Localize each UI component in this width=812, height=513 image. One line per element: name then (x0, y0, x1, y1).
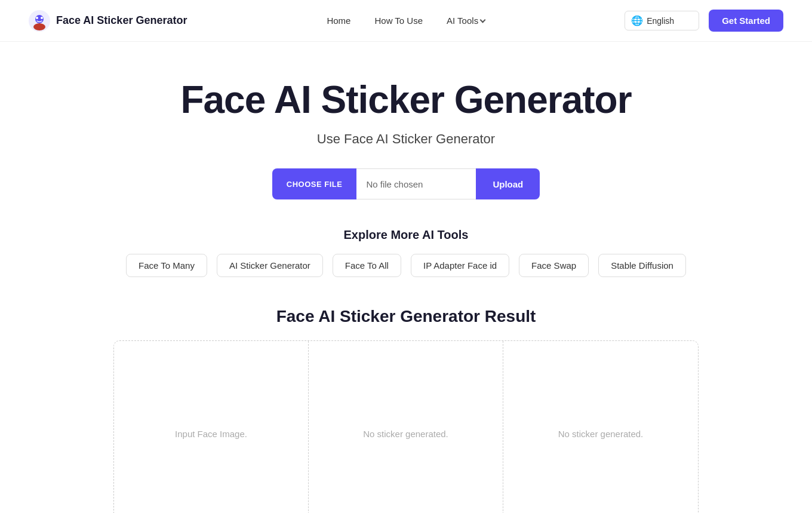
tool-ai-sticker-generator[interactable]: AI Sticker Generator (217, 254, 323, 277)
navbar: Face AI Sticker Generator Home How To Us… (0, 0, 812, 42)
result-title: Face AI Sticker Generator Result (276, 307, 536, 326)
site-name: Face AI Sticker Generator (56, 14, 187, 27)
upload-section: CHOOSE FILE No file chosen Upload (272, 168, 540, 199)
result-panel-1: Input Face Image. (114, 341, 309, 513)
nav-links: Home How To Use AI Tools (327, 16, 485, 26)
page-subtitle: Use Face AI Sticker Generator (317, 131, 495, 147)
page-title: Face AI Sticker Generator (180, 78, 631, 122)
main-content: Face AI Sticker Generator Use Face AI St… (0, 42, 812, 513)
nav-how-to-use[interactable]: How To Use (374, 16, 423, 26)
nav-ai-tools-label: AI Tools (447, 16, 478, 26)
tool-face-to-many[interactable]: Face To Many (126, 254, 207, 277)
nav-right-section: 🌐 English Spanish French German Chinese … (625, 10, 783, 32)
upload-button[interactable]: Upload (476, 168, 540, 199)
choose-file-button[interactable]: CHOOSE FILE (272, 168, 357, 199)
tool-face-swap[interactable]: Face Swap (519, 254, 589, 277)
result-panel-2-label: No sticker generated. (363, 429, 448, 439)
result-panel-3: No sticker generated. (503, 341, 698, 513)
svg-point-3 (36, 17, 38, 19)
svg-point-2 (33, 23, 45, 30)
file-name-display: No file chosen (356, 168, 476, 199)
nav-home[interactable]: Home (327, 16, 350, 26)
tool-stable-diffusion[interactable]: Stable Diffusion (598, 254, 686, 277)
chevron-down-icon (480, 17, 486, 23)
language-dropdown[interactable]: English Spanish French German Chinese Ja… (647, 16, 693, 26)
result-panel-1-label: Input Face Image. (175, 429, 247, 439)
language-selector[interactable]: 🌐 English Spanish French German Chinese … (625, 11, 699, 30)
tool-face-to-all[interactable]: Face To All (333, 254, 401, 277)
result-grid: Input Face Image. No sticker generated. … (113, 340, 699, 513)
tools-list: Face To Many AI Sticker Generator Face T… (126, 254, 686, 277)
tool-ip-adapter[interactable]: IP Adapter Face id (411, 254, 509, 277)
svg-point-4 (41, 17, 43, 19)
result-panel-3-label: No sticker generated. (558, 429, 644, 439)
explore-title: Explore More AI Tools (344, 228, 469, 242)
brand-section: Face AI Sticker Generator (29, 10, 187, 32)
globe-icon: 🌐 (631, 15, 643, 26)
logo-icon (29, 10, 50, 32)
result-panel-2: No sticker generated. (309, 341, 503, 513)
get-started-button[interactable]: Get Started (709, 10, 783, 32)
nav-ai-tools[interactable]: AI Tools (447, 16, 485, 26)
